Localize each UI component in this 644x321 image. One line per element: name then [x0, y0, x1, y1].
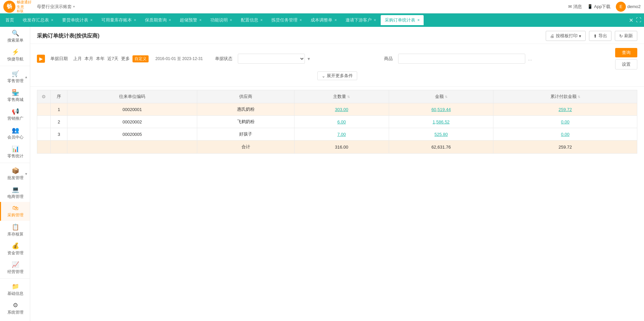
- print-button[interactable]: 🖨 按模板打印 ▾: [546, 31, 586, 41]
- tab-expand-button[interactable]: ⛶: [636, 17, 641, 23]
- qty-link[interactable]: 6.00: [337, 119, 346, 124]
- tab-close-order-stats[interactable]: ×: [90, 18, 93, 22]
- status-select-arrow[interactable]: ▾: [308, 56, 310, 61]
- row-supplier: 飞鹤奶粉: [197, 116, 294, 128]
- export-button[interactable]: ⬆ 导出: [589, 31, 611, 41]
- footer-summary-label: 合计: [197, 141, 294, 154]
- settings-button[interactable]: 设置: [615, 59, 637, 69]
- tab-receive-pay[interactable]: 收发存汇总表 ×: [19, 15, 57, 25]
- tab-close-config-info[interactable]: ×: [260, 18, 263, 22]
- tab-order-stats[interactable]: 要货单统计表 ×: [58, 15, 97, 25]
- sidebar-item-operation[interactable]: 📈 经营管理: [0, 258, 30, 277]
- column-settings-icon[interactable]: ⚙: [42, 94, 46, 99]
- tab-close-purchase-stats[interactable]: ×: [417, 18, 420, 22]
- tab-pick-task[interactable]: 拣货任务管理 ×: [267, 15, 306, 25]
- data-table: ⚙ 序 往来单位编码 供应商 主数量⇅ 金额⇅ 累计付款金额⇅ 1 000200…: [37, 90, 637, 154]
- sidebar-item-capital[interactable]: 💰 资金管理: [0, 239, 30, 258]
- tab-close-all-button[interactable]: ✕: [629, 17, 633, 23]
- sidebar-item-member[interactable]: 👥 会员中心: [0, 124, 30, 143]
- tab-home[interactable]: 首页: [1, 15, 18, 25]
- wholesale-icon: 📦: [12, 167, 19, 174]
- status-select[interactable]: [238, 54, 305, 64]
- refresh-button[interactable]: ↻ 刷新: [615, 31, 637, 41]
- shortcut-this-year[interactable]: 本年: [96, 56, 105, 62]
- tab-stock-book[interactable]: 可用量库存账本 ×: [97, 15, 140, 25]
- amount-link[interactable]: 525.80: [434, 132, 448, 137]
- app-download-button[interactable]: 📱 App下载: [587, 4, 610, 10]
- footer-amount: 62,631.76: [389, 141, 493, 154]
- sidebar-item-retail-mall[interactable]: 🏪 零售商城: [0, 86, 30, 105]
- tab-close-pick-task[interactable]: ×: [300, 18, 302, 22]
- tab-close-expiry-query[interactable]: ×: [169, 18, 171, 22]
- table-row[interactable]: 1 00020001 惠氏奶粉 303.00 60,519.44 259.72: [37, 103, 637, 116]
- tab-close-invite[interactable]: ×: [374, 18, 376, 22]
- row-no: 1: [51, 103, 67, 116]
- row-settings-cell: [37, 116, 51, 128]
- sidebar-item-marketing[interactable]: 📢 营销推广: [0, 105, 30, 124]
- custom-date-button[interactable]: 自定义: [132, 55, 149, 62]
- col-no: 序: [51, 90, 67, 103]
- sidebar-item-search[interactable]: 🔍 搜索菜单: [0, 27, 30, 46]
- sidebar-item-ecommerce[interactable]: 💻 电商管理: [0, 183, 30, 202]
- paid-link[interactable]: 0.00: [561, 119, 570, 124]
- search-button[interactable]: 查询: [615, 48, 637, 57]
- sidebar-item-basic[interactable]: 📁 基础信息: [0, 280, 30, 299]
- table-row[interactable]: 3 00020005 好孩子 7.00 525.80 0.00: [37, 128, 637, 141]
- tab-invite-downstream[interactable]: 邀请下游客户 ×: [341, 15, 380, 25]
- member-icon: 👥: [12, 126, 19, 134]
- tab-overstock-alert[interactable]: 超储预警 ×: [176, 15, 206, 25]
- shortcut-this-month[interactable]: 本月: [85, 56, 93, 62]
- paid-link[interactable]: 0.00: [561, 132, 570, 137]
- shortcut-7days[interactable]: 近7天: [107, 56, 118, 62]
- refresh-icon: ↻: [619, 34, 623, 39]
- chevron-up-icon: ▲: [24, 75, 28, 79]
- print-arrow-icon: ▾: [579, 34, 581, 39]
- sidebar-item-quick-nav[interactable]: ⚡ 快捷导航: [0, 46, 30, 64]
- main-content: 采购订单统计表(按供应商) 🖨 按模板打印 ▾ ⬆ 导出 ↻ 刷新: [30, 27, 644, 321]
- expand-more-button[interactable]: ⌄ 展开更多条件: [317, 71, 357, 80]
- tab-cost-adjust[interactable]: 成本调整单 ×: [307, 15, 341, 25]
- workspace-selector[interactable]: 母婴行业演示账套 ▾: [37, 4, 75, 10]
- sidebar-item-inventory[interactable]: 📋 库存核算: [0, 221, 30, 239]
- top-right-actions: ✉ 消息 📱 App下载 E demo2: [568, 2, 641, 12]
- tab-close-overstock[interactable]: ×: [199, 18, 202, 22]
- tab-purchase-stats[interactable]: 采购订单统计表 ×: [381, 15, 424, 25]
- goods-filter-input[interactable]: [398, 54, 525, 64]
- filter-toggle-button[interactable]: ▶: [37, 55, 45, 63]
- shortcut-last-month[interactable]: 上月: [73, 56, 82, 62]
- marketing-icon: 📢: [12, 108, 19, 115]
- row-paid-amount: 0.00: [493, 116, 637, 128]
- tab-close-stock-book[interactable]: ×: [134, 18, 136, 22]
- qty-link[interactable]: 7.00: [337, 132, 346, 137]
- qty-link[interactable]: 303.00: [335, 107, 348, 112]
- sidebar-item-wholesale[interactable]: 📦 批发管理 ▼: [0, 164, 30, 183]
- filter-row: ▶ 单据日期 上月 本月 本年 近7天 更多 自定义 2016-01-01 至 …: [37, 48, 637, 69]
- message-button[interactable]: ✉ 消息: [568, 4, 582, 10]
- sidebar-item-enterprise[interactable]: 🤝 企业协同: [0, 318, 30, 321]
- tab-expiry-query[interactable]: 保质期查询 ×: [141, 15, 175, 25]
- table-row[interactable]: 2 00020002 飞鹤奶粉 6.00 1,586.52 0.00: [37, 116, 637, 128]
- goods-filter-more-icon[interactable]: …: [528, 56, 532, 61]
- tab-close-receive-pay[interactable]: ×: [51, 18, 53, 22]
- amount-link[interactable]: 1,586.52: [433, 119, 450, 124]
- status-filter-label: 单据状态: [215, 56, 232, 62]
- tab-close-func-desc[interactable]: ×: [230, 18, 232, 22]
- sidebar-item-retail[interactable]: 🛒 零售管理 ▲: [0, 67, 30, 86]
- sidebar-item-retail-stats[interactable]: 📊 零售统计: [0, 143, 30, 161]
- shortcut-more[interactable]: 更多: [121, 56, 130, 62]
- sidebar-item-system[interactable]: ⚙ 系统管理: [0, 299, 30, 318]
- col-amount: 金额⇅: [389, 90, 493, 103]
- table-header-row: ⚙ 序 往来单位编码 供应商 主数量⇅ 金额⇅ 累计付款金额⇅: [37, 90, 637, 103]
- retail-mall-icon: 🏪: [12, 89, 19, 96]
- user-profile[interactable]: E demo2: [616, 2, 641, 12]
- tab-close-cost-adjust[interactable]: ×: [334, 18, 337, 22]
- sidebar-item-purchase[interactable]: 🛍 采购管理: [0, 202, 30, 221]
- tab-config-info[interactable]: 配置信息 ×: [237, 15, 267, 25]
- amount-link[interactable]: 60,519.44: [431, 107, 451, 112]
- row-main-qty: 303.00: [294, 103, 389, 116]
- paid-link[interactable]: 259.72: [558, 107, 572, 112]
- row-no: 2: [51, 116, 67, 128]
- col-supplier: 供应商: [197, 90, 294, 103]
- tab-func-desc[interactable]: 功能说明 ×: [206, 15, 236, 25]
- col-main-qty: 主数量⇅: [294, 90, 389, 103]
